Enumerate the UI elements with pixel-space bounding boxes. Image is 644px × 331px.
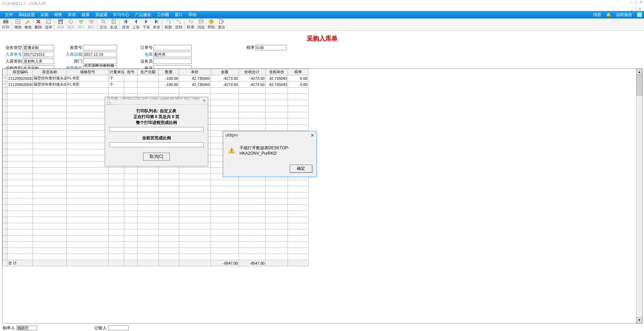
cell-code[interactable]: 211209020032 [8,75,33,81]
table-row-empty[interactable] [3,205,308,211]
col-header-税率[interactable]: 税率 [288,69,308,75]
error-dialog-close-icon[interactable]: ✕ [311,133,314,138]
cell-spec[interactable]: FL-B型 [66,81,109,88]
col-header-批号[interactable]: 批号 [124,69,138,75]
toolbar-刷新[interactable]: 刷新 [163,19,174,30]
cell-qty[interactable]: -100.00 [159,75,179,81]
menu-messages[interactable]: 消息 [590,12,604,18]
table-row-empty[interactable] [3,199,308,205]
cell-code[interactable]: 211209020034 [8,81,33,88]
field-input-税率[interactable]: 0.00 [255,45,287,50]
field-input-仓库[interactable]: 配件库 [153,52,192,57]
cell-tax_total[interactable]: -4273.50 [239,81,265,88]
toolbar-首张[interactable]: 首张 [121,19,131,30]
table-row-empty[interactable] [3,254,308,260]
cell-unit[interactable]: 个 [109,75,124,81]
toolbar-增加[interactable]: 增加 [13,19,23,30]
cell-amount[interactable]: -4273.50 [211,81,239,88]
cell-amount[interactable]: -4273.50 [211,75,239,81]
table-row-empty[interactable] [3,242,308,248]
cell-price[interactable]: 42.735043 [179,81,211,88]
col-header-mark[interactable] [3,69,8,75]
menu-10[interactable]: 窗口 [172,12,186,18]
menu-3[interactable]: 销售 [51,12,65,18]
menu-2[interactable]: 采购 [38,12,51,18]
toolbar-帮助[interactable]: ?帮助 [206,19,216,30]
menu-0[interactable]: 文件 [2,12,16,18]
print-cancel-button[interactable]: 取消[C] [143,153,169,161]
cell-name[interactable]: 隔壁径向密封接头进口 [33,75,67,81]
cell-unit[interactable]: 个 [109,81,124,88]
menu-6[interactable]: 票据通 [92,12,110,18]
cell-tax_rate[interactable]: 0.00 [288,81,308,88]
table-row[interactable]: *211209020034隔壁径向密封接头出口FL-B型个-100.0042.7… [3,81,308,88]
menu-11[interactable]: 帮助 [186,12,199,18]
error-ok-button[interactable]: 确定 [290,165,312,173]
maximize-icon[interactable]: □ [635,0,637,4]
menu-4[interactable]: 库存 [65,12,79,18]
col-header-规格型号[interactable]: 规格型号 [66,69,109,75]
table-row-empty[interactable] [3,88,308,94]
table-row-empty[interactable] [3,229,308,235]
cell-tax_total[interactable]: -4273.50 [239,75,265,81]
field-input-业务类型[interactable]: 普通采购 [23,45,54,50]
table-row-empty[interactable] [3,192,308,199]
col-header-生产日期[interactable]: 生产日期 [138,69,159,75]
cell-tax_price[interactable]: 42.735043 [265,81,288,88]
toolbar-联查[interactable]: 联查 [186,19,196,30]
toolbar-打印[interactable]: 打印 [1,19,11,30]
cell-mark[interactable]: * [3,81,8,88]
cell-tax_price[interactable]: 42.735043 [265,75,288,81]
error-dialog-titlebar[interactable]: ufdtprn ✕ [223,131,316,139]
cell-qty[interactable]: -100.00 [159,81,179,88]
col-header-存货名称[interactable]: 存货名称 [33,69,67,75]
menu-7[interactable]: 学习中心 [110,12,132,18]
print-dialog-close-icon[interactable]: ✕ [203,99,206,103]
toolbar-流转[interactable]: 流转 [174,19,184,30]
cell-name[interactable]: 隔壁径向密封接头出口 [33,81,67,88]
field-input-业务员[interactable] [153,59,192,64]
vertical-scrollbar[interactable]: ▲ ▼ [636,69,642,323]
col-header-计量单位[interactable]: 计量单位 [109,69,124,75]
cell-batch[interactable] [124,75,138,81]
toolbar-上张[interactable]: 上张 [131,19,141,30]
cell-tax_rate[interactable]: 0.00 [288,75,308,81]
table-row-empty[interactable] [3,180,308,186]
toolbar-末张[interactable]: 末张 [151,19,162,30]
toolbar-选单[interactable]: 选单 [43,19,54,30]
menu-remote-service[interactable]: 远程服务 [613,12,635,18]
menu-8[interactable]: 产品服务 [132,12,154,18]
field-input-发票号[interactable] [83,45,117,50]
field-input-入库日期[interactable]: 2017-12-19 [83,52,117,57]
minimize-icon[interactable]: — [629,0,633,4]
table-row-empty[interactable] [3,223,308,229]
col-header-存货编码[interactable]: 存货编码 [8,69,33,75]
field-input-订单号[interactable] [153,45,192,50]
scroll-down-icon[interactable]: ▼ [636,317,642,323]
cell-mark[interactable]: * [3,75,8,81]
table-row-empty[interactable] [3,235,308,242]
cell-pdate[interactable] [138,81,159,88]
table-row-empty[interactable] [3,248,308,254]
table-row-empty[interactable] [3,217,308,223]
scroll-up-icon[interactable]: ▲ [636,69,642,75]
field-input-入库类别[interactable]: 原材料入库 [23,59,54,64]
print-dialog-titlebar[interactable]: 打印机：NPI627292 (HP Color LaserJet MFP M27… [105,97,208,105]
scroll-thumb[interactable] [636,75,642,96]
toolbar-下张[interactable]: 下张 [141,19,151,30]
col-header-单价[interactable]: 单价 [179,69,211,75]
col-header-价税合计[interactable]: 价税合计 [239,69,265,75]
cell-price[interactable]: 42.735043 [179,75,211,81]
menu-5[interactable]: 核算 [79,12,92,18]
table-row-empty[interactable] [3,186,308,192]
cell-batch[interactable] [124,81,138,88]
close-icon[interactable]: ✕ [640,0,643,4]
data-grid[interactable]: 存货编码存货名称规格型号计量单位批号生产日期数量单价金额价税合计含税单价税率*2… [2,68,643,323]
menu-9[interactable]: 工作圈 [154,12,172,18]
cell-pdate[interactable] [138,75,159,81]
col-header-含税单价[interactable]: 含税单价 [265,69,288,75]
toolbar-定位[interactable]: 定位 [98,19,109,30]
table-row[interactable]: *211209020032隔壁径向密封接头进口FL-B型个-100.0042.7… [3,75,308,81]
toolbar-消息[interactable]: 消息 [196,19,206,30]
field-label-仓库[interactable]: 仓库 [134,52,153,58]
